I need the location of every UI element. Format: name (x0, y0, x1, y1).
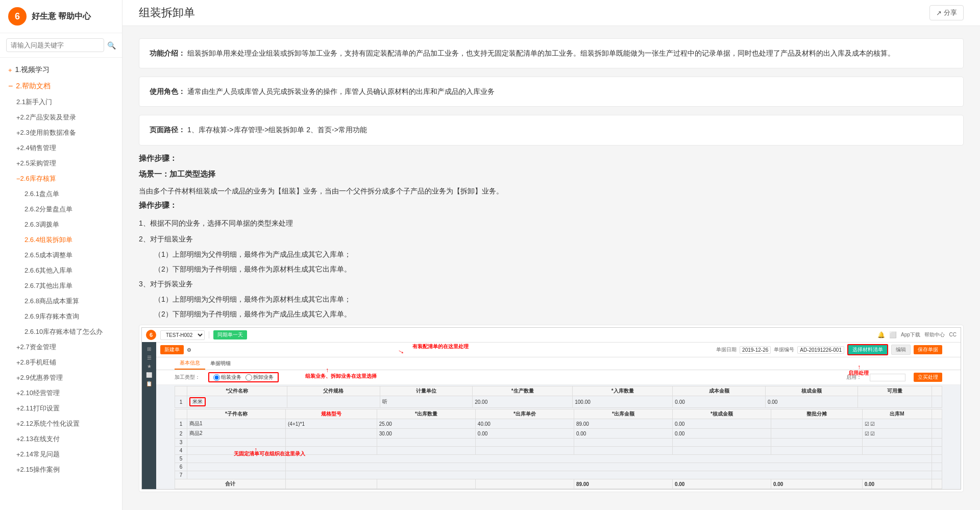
search-input[interactable] (6, 38, 104, 52)
sidebar-item-customize[interactable]: + 2.12系统个性化设置 (0, 416, 122, 431)
sidebar-item-data-prep[interactable]: + 2.3使用前数据准备 (0, 125, 122, 140)
main-area: 组装拆卸单 ↗ 分享 功能介绍： 组装拆卸单用来处理企业组装或拆卸等加工业务，支… (122, 0, 980, 510)
expand-icon: + (16, 420, 20, 428)
sidebar-item-partial-stocktake[interactable]: 2.6.2分量盘点单 (0, 202, 122, 217)
sidebar-item-operations[interactable]: + 2.10经营管理 (0, 385, 122, 401)
mock-sidebar-icon2: ☰ (147, 355, 152, 360)
topbar: 组装拆卸单 ↗ 分享 (122, 0, 980, 26)
sidebar-item-coupon[interactable]: + 2.9优惠券管理 (0, 370, 122, 385)
expand-icon: + (16, 451, 20, 458)
mock-sidebar-icon5: 📋 (146, 381, 152, 386)
annotation-arrow-activate: ↑ (857, 363, 861, 371)
sidebar-item-assembly[interactable]: 2.6.4组装拆卸单 (0, 232, 122, 248)
sidebar-item-inventory[interactable]: − 2.6库存核算 (0, 171, 122, 186)
feature-intro-label: 功能介绍： (150, 49, 185, 57)
sidebar-item-mobile[interactable]: + 2.8手机旺铺 (0, 355, 122, 370)
sidebar-item-cases[interactable]: + 2.15操作案例 (0, 462, 122, 477)
feature-intro-block: 功能介绍： 组装拆卸单用来处理企业组装或拆卸等加工业务，支持有固定装配清单的产品… (139, 38, 964, 68)
op-steps-label: 操作步骤： (139, 201, 964, 210)
sidebar-item-other-outbound[interactable]: 2.6.7其他出库单 (0, 278, 122, 294)
mock-sidebar-icon3: ★ (147, 363, 152, 369)
sidebar-item-cost-adjust[interactable]: 2.6.5成本调整单 (0, 248, 122, 263)
expand-icon: + (16, 144, 20, 152)
content-area: 功能介绍： 组装拆卸单用来处理企业组装或拆卸等加工业务，支持有固定装配清单的产品… (122, 26, 980, 510)
share-icon: ↗ (936, 9, 942, 17)
mock-new-btn[interactable]: 新建单 (160, 345, 184, 354)
user-role-label: 使用角色： (150, 87, 185, 95)
mock-sidebar-icon4: ⬜ (146, 372, 152, 378)
sidebar-item-stocktake[interactable]: 2.6.1盘点单 (0, 186, 122, 202)
mock-toolbar-icon1: ⚙ (187, 347, 191, 353)
share-button[interactable]: ↗ 分享 (929, 5, 964, 20)
mock-save-btn[interactable]: 保存单据 (914, 345, 942, 354)
step-3-sub-1: （1）上部明细为父件明细，最终作为原材料生成其它出库单； (154, 293, 964, 306)
collapse-icon: − (8, 82, 13, 90)
mock-company-select[interactable]: TEST-H002 (160, 330, 205, 340)
mock-action-btn[interactable]: 编辑 (891, 345, 911, 355)
annotation-type: 组装业务、拆卸业务在这里选择 (305, 373, 377, 380)
mock-bom-btn[interactable]: 选择材料清单 (847, 344, 888, 355)
page-path-block: 页面路径： 1、库存核算->库存管理->组装拆卸单 2、首页->常用功能 (139, 115, 964, 145)
operation-steps-title: 操作步骤： (139, 154, 964, 163)
logo-icon: 6 (8, 7, 27, 26)
operation-steps-section: 操作步骤： 场景一：加工类型选择 当由多个子件材料组装成一个成品的业务为【组装】… (139, 154, 964, 493)
sidebar-item-purchase[interactable]: + 2.5采购管理 (0, 156, 122, 171)
mock-screenshot: 6 TEST-H002 同期单一天 🔔 ⬜ App下载 帮助中心 CC (141, 327, 961, 490)
expand-icon: + (16, 435, 20, 443)
mock-child-table: *子件名称 规格型号 *出库数量 *出库单价 *出库金额 *核成金额 整批分摊 … (175, 409, 942, 489)
feature-intro-text: 组装拆卸单用来处理企业组装或拆卸等加工业务，支持有固定装配清单的产品加工业务，也… (187, 49, 895, 57)
step-2-sub-2: （2）下部明细为子件明细，最终作为原材料生成其它出库单。 (154, 262, 964, 276)
mock-tab-detail[interactable]: 单据明细 (205, 358, 236, 369)
annotation-arrow-no-bom: ↑ (254, 446, 257, 453)
collapse-icon: − (16, 175, 20, 183)
sidebar-item-sales[interactable]: + 2.4销售管理 (0, 140, 122, 156)
expand-icon: + (8, 66, 12, 74)
search-bar: 🔍 (0, 33, 122, 58)
sidebar-item-finance[interactable]: + 2.7资金管理 (0, 339, 122, 355)
mock-type-disassembly[interactable]: 拆卸业务 (246, 374, 274, 381)
sidebar-item-transfer[interactable]: 2.6.3调拨单 (0, 217, 122, 232)
annotation-arrow-type: ↑ (326, 367, 329, 374)
sidebar-item-install[interactable]: + 2.2产品安装及登录 (0, 110, 122, 125)
mock-process-type-label: 加工类型： (175, 374, 200, 381)
sidebar-item-other-inbound[interactable]: 2.6.6其他入库单 (0, 263, 122, 278)
mock-type-assembly[interactable]: 组装业务 (213, 374, 241, 381)
nav-section-2: − 2.帮助文档 2.1新手入门 + 2.2产品安装及登录 + 2.3使用前数据… (0, 78, 122, 477)
mock-tab-basic[interactable]: 基本信息 (175, 357, 205, 370)
sidebar-item-payment[interactable]: + 2.13在线支付 (0, 431, 122, 447)
expand-icon: + (16, 390, 20, 397)
mock-label-order: 单据编号 (774, 346, 794, 353)
annotation-bom: 有装配清单的在这里处理 (412, 343, 469, 350)
step-1: 1、根据不同的业务，选择不同单据的类型来处理 (139, 216, 964, 230)
step-3: 3、对于拆装业务 (139, 277, 964, 291)
user-role-block: 使用角色： 通常由生产人员或库管人员完成拆装业务的操作，库管人员确认原材料的出库… (139, 77, 964, 107)
mock-label-date: 单据日期 (716, 346, 737, 353)
mock-date-value: 2019-12-26 (740, 346, 771, 354)
page-title: 组装拆卸单 (139, 5, 195, 20)
nav-tree: + 1.视频学习 − 2.帮助文档 2.1新手入门 + 2.2产品安装及登录 + (0, 58, 122, 510)
sidebar-item-inventory-fix[interactable]: 2.6.10库存账本错了怎么办 (0, 324, 122, 339)
sidebar-header: 6 好生意 帮助中心 (0, 0, 122, 33)
mock-type-options[interactable]: 组装业务 拆卸业务 (208, 372, 279, 382)
step-2: 2、对于组装业务 (139, 232, 964, 246)
mock-new-period-btn[interactable]: 同期单一天 (213, 330, 247, 339)
sidebar-item-cost-recalc[interactable]: 2.6.8商品成本重算 (0, 294, 122, 309)
mock-icon-apps: ⬜ (889, 331, 897, 338)
sidebar-item-print[interactable]: + 2.11打印设置 (0, 401, 122, 416)
sidebar-item-beginner[interactable]: 2.1新手入门 (0, 94, 122, 110)
expand-icon: + (16, 466, 20, 474)
mock-left-sidebar: ⊞ ☰ ★ ⬜ 📋 (142, 342, 156, 489)
mock-status-input[interactable] (870, 374, 905, 381)
sidebar-item-help-docs[interactable]: − 2.帮助文档 (0, 78, 122, 94)
path-text: 1、库存核算->库存管理->组装拆卸单 2、首页->常用功能 (187, 126, 367, 134)
expand-icon: + (16, 129, 20, 137)
sidebar-item-faq[interactable]: + 2.14常见问题 (0, 447, 122, 462)
search-icon[interactable]: 🔍 (107, 41, 116, 50)
mock-activate-btn[interactable]: 立买处理 (914, 373, 942, 382)
sidebar-item-video-learning[interactable]: + 1.视频学习 (0, 62, 122, 78)
sidebar-item-inventory-query[interactable]: 2.6.9库存账本查询 (0, 309, 122, 324)
nav-section-1: + 1.视频学习 (0, 62, 122, 78)
mock-parent-table: *父件名称 父件规格 计量单位 *生产数量 *入库数量 成本金额 核成金额 可用… (175, 386, 942, 408)
step-2-sub-1: （1）上部明细为父件明细，最终作为产成品生成其它入库单； (154, 248, 964, 261)
expand-icon: + (16, 344, 20, 351)
